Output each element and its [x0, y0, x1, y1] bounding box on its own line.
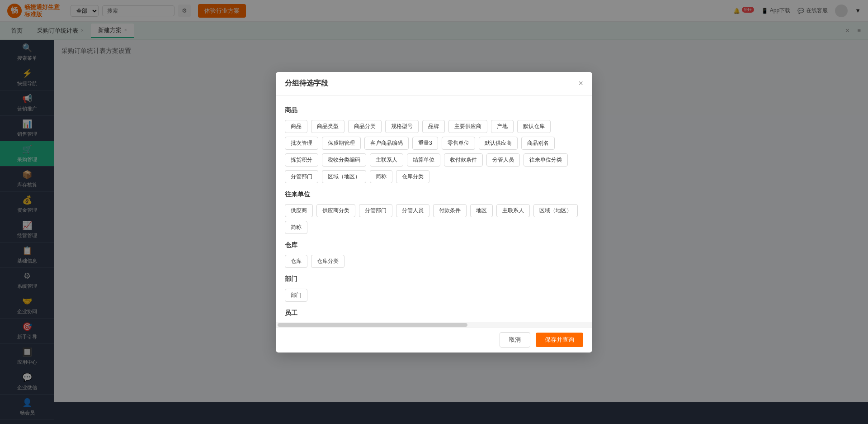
- modal-close-button[interactable]: ×: [578, 79, 583, 87]
- field-select-modal: 分组待选字段 × 商品 商品 商品类型 商品分类 规格型号 品牌 主要供应商 产…: [276, 72, 592, 353]
- modal-header: 分组待选字段 ×: [276, 72, 592, 95]
- field-tag[interactable]: 区域（地区）: [322, 170, 366, 183]
- field-tag[interactable]: 分管人员: [486, 153, 520, 167]
- field-tag[interactable]: 分管部门: [359, 204, 392, 217]
- field-tag[interactable]: 客户商品编码: [364, 137, 409, 150]
- section-title-employee: 员工: [285, 309, 583, 317]
- field-grid-department: 部门: [285, 289, 583, 302]
- field-tag[interactable]: 规格型号: [385, 120, 419, 133]
- field-tag[interactable]: 付款条件: [433, 204, 467, 217]
- field-tag[interactable]: 税收分类编码: [322, 153, 366, 167]
- field-tag[interactable]: 主联系人: [496, 204, 530, 217]
- section-title-goods: 商品: [285, 106, 583, 114]
- field-grid-warehouse: 仓库 仓库分类: [285, 255, 583, 268]
- field-tag[interactable]: 批次管理: [285, 137, 318, 150]
- field-tag[interactable]: 仓库: [285, 255, 307, 268]
- section-title-warehouse: 仓库: [285, 241, 583, 249]
- field-tag[interactable]: 简称: [285, 221, 307, 234]
- modal-horizontal-scrollbar[interactable]: [276, 322, 592, 327]
- modal-overlay: 分组待选字段 × 商品 商品 商品类型 商品分类 规格型号 品牌 主要供应商 产…: [0, 0, 868, 424]
- field-tag[interactable]: 商品类型: [311, 120, 344, 133]
- field-tag[interactable]: 拣货积分: [285, 153, 318, 167]
- field-tag[interactable]: 商品: [285, 120, 307, 133]
- field-tag[interactable]: 零售单位: [442, 137, 475, 150]
- field-tag[interactable]: 主要供应商: [448, 120, 487, 133]
- field-tag[interactable]: 区域（地区）: [533, 204, 578, 217]
- field-tag[interactable]: 供应商: [285, 204, 313, 217]
- section-title-department: 部门: [285, 275, 583, 283]
- section-title-partner: 往来单位: [285, 191, 583, 199]
- field-tag[interactable]: 仓库分类: [396, 170, 429, 183]
- modal-hscroll-thumb: [278, 323, 467, 327]
- field-tag[interactable]: 保质期管理: [322, 137, 361, 150]
- modal-footer: 取消 保存并查询: [276, 327, 592, 353]
- field-tag[interactable]: 主联系人: [370, 153, 403, 167]
- field-tag[interactable]: 默认供应商: [479, 137, 518, 150]
- modal-title: 分组待选字段: [285, 79, 328, 88]
- field-tag[interactable]: 品牌: [422, 120, 445, 133]
- field-tag[interactable]: 部门: [285, 289, 307, 302]
- field-tag[interactable]: 供应商分类: [316, 204, 355, 217]
- field-tag[interactable]: 仓库分类: [311, 255, 344, 268]
- field-grid-partner: 供应商 供应商分类 分管部门 分管人员 付款条件 地区 主联系人 区域（地区） …: [285, 204, 583, 234]
- field-tag[interactable]: 分管部门: [285, 170, 318, 183]
- field-grid-goods: 商品 商品类型 商品分类 规格型号 品牌 主要供应商 产地 默认仓库 批次管理 …: [285, 120, 583, 183]
- field-tag[interactable]: 商品分类: [348, 120, 382, 133]
- field-tag[interactable]: 结算单位: [407, 153, 440, 167]
- field-tag[interactable]: 默认仓库: [517, 120, 551, 133]
- field-tag[interactable]: 简称: [370, 170, 392, 183]
- field-tag[interactable]: 产地: [491, 120, 514, 133]
- modal-body: 商品 商品 商品类型 商品分类 规格型号 品牌 主要供应商 产地 默认仓库 批次…: [276, 95, 592, 322]
- field-tag[interactable]: 往来单位分类: [524, 153, 568, 167]
- cancel-button[interactable]: 取消: [500, 332, 530, 348]
- field-tag[interactable]: 地区: [470, 204, 493, 217]
- field-tag[interactable]: 重量3: [412, 137, 438, 150]
- field-tag[interactable]: 收付款条件: [444, 153, 483, 167]
- confirm-button[interactable]: 保存并查询: [536, 333, 583, 347]
- field-tag[interactable]: 商品别名: [521, 137, 555, 150]
- field-tag[interactable]: 分管人员: [396, 204, 429, 217]
